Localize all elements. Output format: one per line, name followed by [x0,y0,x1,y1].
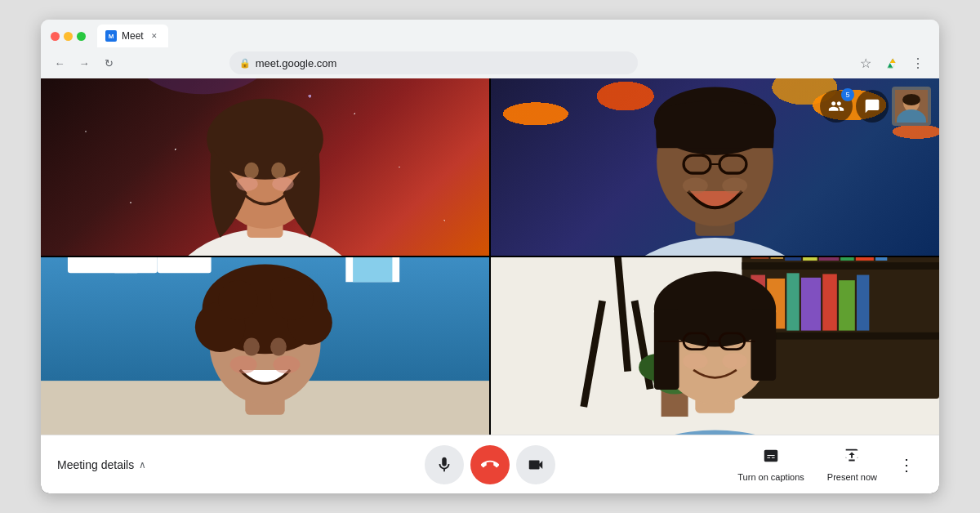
maximize-button[interactable] [77,32,86,41]
svg-point-46 [270,337,287,355]
svg-point-10 [131,78,274,94]
url-text: meet.google.com [256,57,337,69]
tab-favicon: M [105,30,117,42]
tab-title: Meet [122,30,144,42]
present-icon [843,447,861,469]
svg-rect-52 [742,262,939,270]
svg-point-44 [270,277,314,320]
camera-button[interactable] [516,445,555,484]
svg-rect-33 [158,257,212,273]
svg-point-19 [272,176,293,191]
forward-button[interactable]: → [75,54,93,72]
microphone-button[interactable] [425,445,464,484]
svg-point-97 [683,353,708,369]
title-bar: M Meet ✕ [41,20,939,49]
svg-rect-65 [771,257,783,259]
meet-overlay: 5 [820,87,931,126]
participants-badge: 5 [841,88,854,101]
meeting-details-label: Meeting details [57,458,134,471]
captions-button[interactable]: Turn on captions [728,442,814,487]
svg-point-16 [244,163,259,179]
bookmark-button[interactable]: ☆ [854,51,877,74]
svg-point-27 [683,177,708,194]
chat-button[interactable] [856,90,889,123]
tab-close-button[interactable]: ✕ [149,30,160,42]
svg-rect-66 [785,257,801,261]
svg-rect-77 [839,280,855,330]
reload-button[interactable]: ↻ [100,54,118,72]
more-options-button[interactable]: ⋮ [890,448,923,481]
svg-rect-68 [819,257,839,261]
svg-point-18 [236,176,257,191]
browser-window: M Meet ✕ ← → ↻ 🔒 meet.google.com ☆ [41,20,939,493]
svg-rect-64 [751,257,768,259]
svg-point-48 [273,355,300,373]
back-button[interactable]: ← [51,54,69,72]
chevron-up-icon: ∧ [139,459,146,471]
lock-icon: 🔒 [239,58,251,69]
svg-point-47 [230,355,257,373]
drive-icon[interactable] [880,51,903,74]
browser-chrome: M Meet ✕ ← → ↻ 🔒 meet.google.com ☆ [41,20,939,78]
controls-center [425,445,555,484]
browser-tab[interactable]: M Meet ✕ [97,25,168,47]
participants-button[interactable]: 5 [820,90,853,123]
meet-controls: Meeting details ∧ [41,435,939,493]
captions-label: Turn on captions [737,472,804,482]
present-label: Present now [827,472,877,482]
svg-point-28 [722,177,747,194]
more-options-button[interactable]: ⋮ [906,51,929,74]
svg-rect-90 [654,309,679,390]
svg-point-17 [271,163,286,179]
svg-point-102 [902,94,920,105]
svg-point-43 [218,280,257,319]
svg-point-20 [599,238,831,256]
traffic-lights [51,32,86,41]
svg-point-98 [722,353,747,369]
present-now-button[interactable]: Present now [817,442,887,487]
svg-rect-78 [857,275,869,331]
svg-rect-67 [803,257,817,261]
address-bar: ← → ↻ 🔒 meet.google.com ☆ ⋮ [41,49,939,78]
svg-rect-70 [856,257,874,261]
svg-rect-35 [113,257,158,273]
video-tile-bottom-right [491,257,939,435]
svg-rect-74 [786,273,799,330]
meeting-details[interactable]: Meeting details ∧ [57,458,146,471]
minimize-button[interactable] [64,32,73,41]
browser-actions: ☆ ⋮ [854,51,929,74]
svg-rect-76 [822,274,837,330]
meet-content: 5 Meeting details ∧ [41,78,939,493]
video-grid [41,78,939,435]
svg-rect-71 [875,257,887,261]
captions-icon [762,447,780,469]
svg-rect-91 [751,309,776,381]
close-button[interactable] [51,32,60,41]
self-avatar [892,87,931,126]
video-tile-bottom-left [41,257,489,435]
video-tile-top-left [41,78,489,256]
svg-point-45 [243,337,260,355]
controls-right: Turn on captions Present now ⋮ [728,442,923,487]
svg-rect-75 [801,278,821,331]
url-bar[interactable]: 🔒 meet.google.com [229,51,638,74]
svg-rect-69 [840,257,853,261]
end-call-button[interactable] [470,445,510,484]
